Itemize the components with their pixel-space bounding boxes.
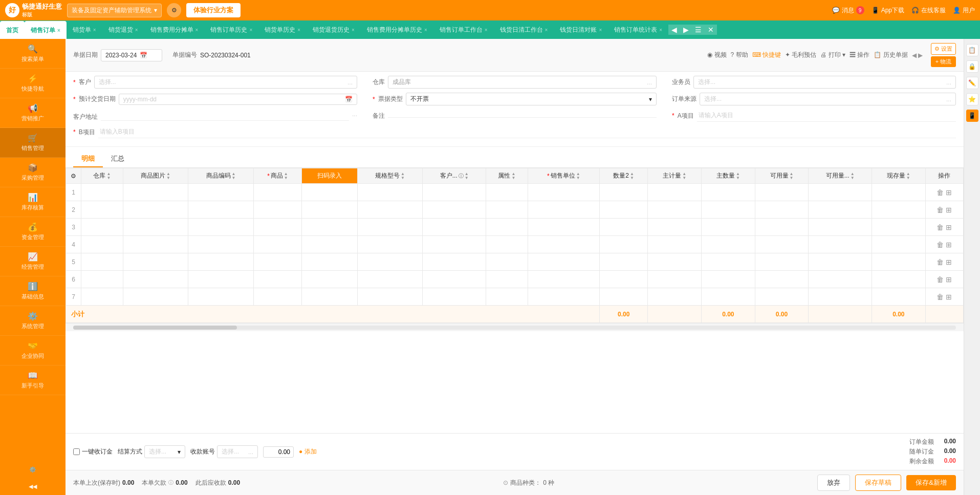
tab-menu-btn[interactable]: ☰: [692, 25, 705, 35]
sidebar-item-sales[interactable]: 🛒 销售管理: [0, 128, 66, 158]
tab-sales-fee[interactable]: 销售费用分摊单 ×: [144, 20, 205, 39]
amount-input[interactable]: [263, 446, 294, 458]
close-icon[interactable]: ×: [659, 27, 662, 33]
discard-button[interactable]: 放弃: [817, 475, 850, 491]
close-icon[interactable]: ×: [352, 27, 355, 33]
delete-row-btn[interactable]: 🗑: [937, 293, 944, 301]
tab-order-workbench[interactable]: 销售订单工作台 ×: [433, 20, 494, 39]
close-icon[interactable]: ×: [297, 27, 300, 33]
shortcut-btn[interactable]: ⌨ 快捷键: [752, 51, 781, 59]
right-panel-icon-5[interactable]: 📱: [966, 110, 978, 122]
settings-icon[interactable]: ⚙: [167, 3, 181, 17]
add-payment-btn[interactable]: ● 添加: [299, 447, 317, 456]
close-icon[interactable]: ×: [599, 27, 602, 33]
sidebar-item-system[interactable]: ⚙️ 系统管理: [0, 306, 66, 336]
video-btn[interactable]: ◉ 视频: [707, 51, 726, 59]
horizontal-scrollbar[interactable]: [66, 323, 964, 331]
b-project-input[interactable]: 请输入B项目: [98, 126, 956, 138]
tab-cash-workbench[interactable]: 钱货日清工作台 ×: [494, 20, 554, 39]
tab-cash-reconcile[interactable]: 钱货日清对账 ×: [554, 20, 608, 39]
delete-row-btn[interactable]: 🗑: [937, 206, 944, 214]
delete-row-btn[interactable]: 🗑: [937, 188, 944, 197]
copy-row-btn[interactable]: ⊞: [946, 223, 952, 231]
delivery-date-input[interactable]: yyyy-mm-dd 📅: [119, 94, 357, 105]
account-select[interactable]: 选择... ...: [217, 445, 258, 458]
close-icon[interactable]: ×: [135, 27, 138, 33]
one-click-input[interactable]: [73, 448, 80, 455]
save-draft-button[interactable]: 保存草稿: [855, 475, 901, 491]
invoice-type-select[interactable]: 不开票 ▾: [406, 93, 657, 105]
tab-invoice-history[interactable]: 销货单历史 ×: [258, 20, 307, 39]
remark-input[interactable]: [388, 114, 657, 118]
close-icon[interactable]: ×: [195, 27, 199, 33]
system-selector[interactable]: 装备及固定资产辅助管理系统 ▾: [67, 4, 162, 17]
sidebar-item-enterprise[interactable]: 🤝 企业协同: [0, 336, 66, 365]
tab-sales-report[interactable]: 销售订单统计表 ×: [608, 20, 668, 39]
order-source-input[interactable]: 选择... ...: [700, 93, 956, 105]
close-icon[interactable]: ×: [545, 27, 548, 33]
sidebar-item-marketing[interactable]: 📢 营销推广: [0, 98, 66, 128]
close-icon[interactable]: ×: [57, 28, 60, 33]
profit-btn[interactable]: ✦ 毛利预估: [785, 51, 816, 59]
delete-row-btn[interactable]: 🗑: [937, 223, 944, 231]
close-icon[interactable]: ×: [249, 27, 252, 33]
one-click-checkbox[interactable]: 一键收订金: [73, 447, 113, 456]
history-btn[interactable]: 📋 历史单据: [874, 51, 907, 59]
sidebar-item-collapse[interactable]: ◀◀: [0, 478, 66, 495]
col-settings[interactable]: ⚙: [66, 168, 81, 184]
sidebar-item-purchase[interactable]: 📦 采购管理: [0, 158, 66, 187]
message-item[interactable]: 💬 消息 9: [832, 6, 864, 15]
online-service-item[interactable]: 🎧 在线客服: [911, 6, 946, 15]
sidebar-item-settings-bottom[interactable]: ⚙️: [0, 461, 66, 478]
tab-sales-order[interactable]: 销售订单 ×: [25, 21, 67, 39]
delete-row-btn[interactable]: 🗑: [937, 241, 944, 249]
salesperson-input[interactable]: 选择... ...: [693, 76, 956, 89]
help-btn[interactable]: ? 帮助: [731, 51, 748, 59]
tab-fee-history[interactable]: 销售费用分摊单历史 ×: [361, 20, 433, 39]
tab-sales-order-history[interactable]: 销售订单历史 ×: [204, 20, 258, 39]
sidebar-item-quick-nav[interactable]: ⚡ 快捷导航: [0, 69, 66, 98]
tab-summary[interactable]: 汇总: [103, 151, 133, 167]
sidebar-item-search[interactable]: 🔍 搜索菜单: [0, 39, 66, 69]
close-icon[interactable]: ×: [424, 27, 427, 33]
right-panel-icon-1[interactable]: 📋: [966, 44, 978, 56]
copy-row-btn[interactable]: ⊞: [946, 293, 952, 301]
tab-sales-return[interactable]: 销货退货 ×: [102, 20, 144, 39]
copy-row-btn[interactable]: ⊞: [946, 258, 952, 266]
sidebar-item-basic-info[interactable]: ℹ️ 基础信息: [0, 276, 66, 306]
right-panel-icon-3[interactable]: ✏️: [966, 77, 978, 89]
tab-return-history[interactable]: 销货退货历史 ×: [307, 20, 361, 39]
plan-button[interactable]: 体验行业方案: [186, 3, 241, 17]
tab-detail[interactable]: 明细: [73, 151, 103, 167]
tab-home[interactable]: 首页: [0, 21, 25, 39]
sidebar-item-operations[interactable]: 📈 经营管理: [0, 247, 66, 276]
tab-next-btn[interactable]: ▶: [680, 25, 692, 35]
tab-close-btn[interactable]: ✕: [705, 25, 717, 35]
close-icon[interactable]: ×: [485, 27, 488, 33]
right-panel-icon-4[interactable]: ⭐: [966, 93, 978, 105]
warehouse-input[interactable]: 成品库 ...: [388, 76, 657, 89]
copy-row-btn[interactable]: ⊞: [946, 275, 952, 284]
customer-input[interactable]: 选择... ...: [94, 76, 357, 89]
copy-row-btn[interactable]: ⊞: [946, 241, 952, 249]
operation-btn[interactable]: ☰ 操作: [850, 51, 869, 59]
print-btn[interactable]: 🖨 打印 ▾: [820, 51, 845, 59]
copy-row-btn[interactable]: ⊞: [946, 188, 952, 197]
user-item[interactable]: 👤 用户: [953, 6, 975, 15]
sidebar-item-finance[interactable]: 💰 资金管理: [0, 217, 66, 247]
settings-form-btn[interactable]: ⚙ 设置: [931, 43, 956, 55]
date-input[interactable]: 2023-03-24 📅: [101, 49, 162, 61]
address-input[interactable]: [101, 111, 349, 121]
tab-sales-invoice[interactable]: 销货单 ×: [67, 20, 102, 39]
scroll-thumb[interactable]: [73, 326, 237, 330]
sidebar-item-inventory[interactable]: 📊 库存核算: [0, 187, 66, 217]
delete-row-btn[interactable]: 🗑: [937, 258, 944, 266]
sidebar-item-guide[interactable]: 📖 新手引导: [0, 365, 66, 395]
a-project-input[interactable]: 请输入A项目: [697, 110, 956, 122]
right-panel-icon-2[interactable]: 🔒: [966, 60, 978, 73]
save-new-button[interactable]: 保存&新增: [906, 475, 956, 490]
close-icon[interactable]: ×: [93, 27, 96, 33]
address-more[interactable]: ...: [352, 111, 357, 118]
delete-row-btn[interactable]: 🗑: [937, 275, 944, 284]
copy-row-btn[interactable]: ⊞: [946, 206, 952, 214]
